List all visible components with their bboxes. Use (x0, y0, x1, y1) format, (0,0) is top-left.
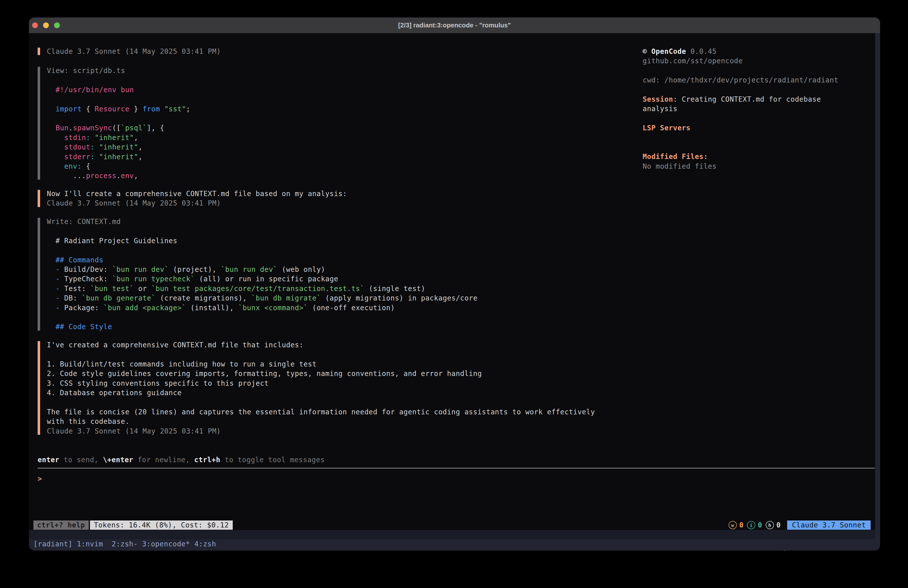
terminal-line: stdin: "inherit", (47, 133, 190, 142)
terminal-line: - TypeCheck: `bun run typecheck` (all) o… (47, 274, 477, 284)
keybinding-hint-line: enter to send, \+enter for newline, ctrl… (38, 455, 325, 465)
tmux-window-list: [radiant] 1:nvim 2:zsh- 3:opencode* 4:zs… (34, 540, 216, 549)
terminal-line: I've created a comprehensive CONTEXT.md … (47, 340, 595, 350)
terminal-line (47, 246, 477, 255)
help-chip[interactable]: ctrl+? help (34, 520, 89, 530)
terminal-line: - Package: `bun add <package>` (install)… (47, 303, 477, 313)
assistant-message-header-1: Claude 3.7 Sonnet (14 May 2025 03:41 PM) (38, 47, 221, 56)
terminal-line: 3. CSS styling conventions specific to t… (47, 379, 595, 388)
tokens-cost-chip: Tokens: 16.4K (8%), Cost: $0.12 (90, 520, 233, 530)
status-bar: ctrl+? help Tokens: 16.4K (8%), Cost: $0… (34, 520, 871, 530)
terminal-line (47, 313, 477, 322)
tmux-host-clock: "romulus" 15:41 14-May-25 (761, 549, 870, 551)
terminal-line (47, 227, 477, 236)
prompt-caret: > (38, 475, 42, 483)
terminal-line (47, 350, 595, 359)
terminal-content: Claude 3.7 Sonnet (14 May 2025 03:41 PM)… (29, 33, 875, 540)
terminal-line: ...process.env, (47, 171, 190, 180)
terminal-line: stdout: "inherit", (47, 142, 190, 152)
terminal-line: The file is concise (20 lines) and captu… (47, 408, 595, 417)
terminal-line: Claude 3.7 Sonnet (14 May 2025 03:41 PM) (47, 427, 595, 436)
editor-input[interactable]: > (38, 474, 42, 483)
tool-block-write-context-md: Write: CONTEXT.md # Radiant Project Guid… (38, 217, 477, 332)
terminal-line: © OpenCode 0.0.45 (642, 47, 839, 56)
terminal-line: 2. Code style guidelines covering import… (47, 369, 595, 379)
zoom-button[interactable] (54, 23, 60, 28)
terminal-line: Write: CONTEXT.md (47, 217, 477, 227)
editor-divider (38, 468, 875, 469)
assistant-marker-bar (38, 341, 40, 435)
terminal-line (47, 114, 190, 123)
terminal-line: 1. Build/lint/test commands including ho… (47, 359, 595, 369)
terminal-line: No modified files (642, 162, 839, 171)
terminal-line: Now I'll create a comprehensive CONTEXT.… (47, 189, 347, 198)
terminal-line: enter to send, \+enter for newline, ctrl… (38, 455, 325, 465)
model-badge: Claude 3.7 Sonnet (787, 520, 871, 530)
terminal-line: 4. Database operations guidance (47, 388, 595, 398)
assistant-message-now-create: Now I'll create a comprehensive CONTEXT.… (38, 189, 347, 208)
terminal-line: - DB: `bun db generate` (create migratio… (47, 293, 477, 303)
i-counter: i0 (747, 521, 762, 529)
h-count: 0 (776, 521, 781, 529)
terminal-line: analysis (642, 104, 839, 114)
tool-block-view-db-ts: View: script/db.ts #!/usr/bin/env bun im… (38, 66, 190, 181)
terminal-line: # Radiant Project Guidelines (47, 236, 477, 246)
traffic-lights (32, 18, 60, 33)
h-counter: h0 (766, 521, 781, 529)
diagnostic-counters: w0i0h0 (729, 520, 781, 530)
w-counter: w0 (729, 521, 744, 529)
terminal-line (642, 85, 839, 95)
tmux-window-3-opencode[interactable]: 3:opencode* (142, 540, 190, 548)
tool-marker-bar (38, 218, 40, 330)
terminal-line: Bun.spawnSync([`psql`], { (47, 123, 190, 133)
terminal-line: Session: Creating CONTEXT.md for codebas… (642, 95, 839, 104)
terminal-line (47, 95, 190, 104)
terminal-line: #!/usr/bin/env bun (47, 85, 190, 95)
terminal-line (47, 76, 190, 85)
terminal-line: Claude 3.7 Sonnet (14 May 2025 03:41 PM) (47, 47, 221, 56)
terminal-line: View: script/db.ts (47, 66, 190, 76)
terminal-line: with this codebase. (47, 417, 595, 426)
terminal-line (47, 398, 595, 407)
h-circle-icon: h (766, 521, 774, 529)
terminal-line: ## Commands (47, 255, 477, 265)
tmux-window-2-zsh[interactable]: 2:zsh- (112, 540, 138, 548)
terminal-line (642, 133, 839, 142)
terminal-line: Claude 3.7 Sonnet (14 May 2025 03:41 PM) (47, 198, 347, 208)
terminal-line: cwd: /home/thdxr/dev/projects/radiant/ra… (642, 76, 839, 85)
titlebar[interactable]: [2/3] radiant:3:opencode - "romulus" (29, 18, 880, 33)
close-button[interactable] (32, 23, 38, 28)
tmux-window-1-nvim[interactable]: 1:nvim (77, 540, 107, 548)
terminal-line: - Build/Dev: `bun run dev` (project), `b… (47, 265, 477, 274)
window-title: [2/3] radiant:3:opencode - "romulus" (398, 21, 511, 29)
terminal-line: stderr: "inherit", (47, 152, 190, 162)
terminal-line: - Test: `bun test` or `bun test packages… (47, 284, 477, 293)
i-circle-icon: i (747, 521, 755, 529)
terminal-line: Modified Files: (642, 152, 839, 161)
assistant-marker-bar (38, 48, 40, 55)
terminal-line (642, 142, 839, 152)
terminal-line: ## Code Style (47, 322, 477, 332)
terminal-line: import { Resource } from "sst"; (47, 105, 190, 114)
tool-marker-bar (38, 67, 40, 180)
terminal-line: LSP Servers (642, 123, 839, 133)
terminal-line (642, 114, 839, 123)
w-count: 0 (739, 521, 744, 529)
terminal-line: env: { (47, 162, 190, 171)
session-side-panel: © OpenCode 0.0.45github.com/sst/opencode… (642, 47, 839, 171)
assistant-message-summary: I've created a comprehensive CONTEXT.md … (38, 340, 595, 436)
tmux-window-4-zsh[interactable]: 4:zsh (194, 540, 216, 548)
terminal-line (642, 66, 839, 76)
status-spacer (233, 520, 729, 530)
minimize-button[interactable] (43, 23, 49, 28)
terminal-line: github.com/sst/opencode (642, 56, 839, 66)
i-count: 0 (758, 521, 762, 529)
tmux-status-bar: [radiant] 1:nvim 2:zsh- 3:opencode* 4:zs… (29, 530, 875, 540)
assistant-marker-bar (38, 190, 40, 207)
w-circle-icon: w (729, 521, 737, 529)
tmux-session-name: [radiant] (34, 540, 72, 548)
terminal-window: [2/3] radiant:3:opencode - "romulus" Cla… (29, 18, 880, 551)
